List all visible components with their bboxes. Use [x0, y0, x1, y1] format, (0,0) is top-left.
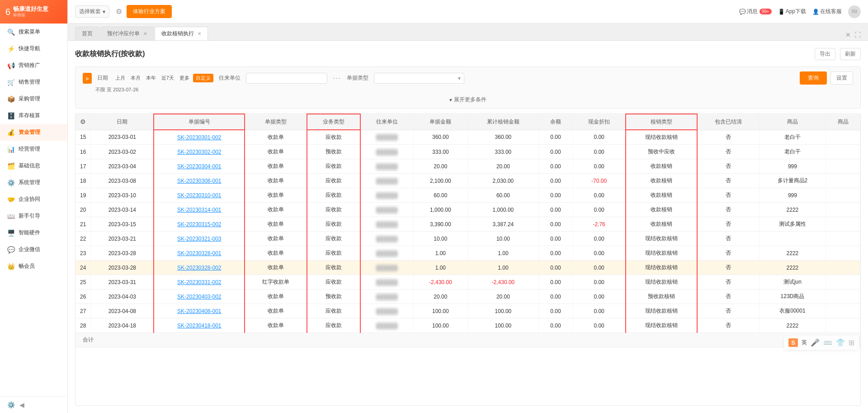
cell-bill-no[interactable]: SK-20230314-001 — [154, 203, 245, 217]
cell-amount: 2,100.00 — [413, 174, 468, 188]
cell-bill-no[interactable]: SK-20230321-003 — [154, 232, 245, 246]
cell-bill-no[interactable]: SK-20230418-001 — [154, 318, 245, 333]
sidebar-item-企业协同[interactable]: 🤝企业协同 — [0, 191, 67, 208]
sidebar-item-畅会员[interactable]: 👑畅会员 — [0, 258, 67, 275]
cell-product2 — [826, 145, 860, 159]
th-counterpart: 往来单位 — [360, 114, 413, 130]
sidebar-label: 企业协同 — [19, 195, 40, 203]
cell-bill-type: 收款单 — [245, 232, 307, 246]
date-this-year-btn[interactable]: 本年 — [144, 74, 158, 82]
sidebar-item-搜索菜单[interactable]: 🔍搜索菜单 — [0, 24, 67, 40]
cell-num: 20 — [75, 203, 91, 217]
date-more-btn[interactable]: 更多 — [178, 74, 191, 82]
cell-bill-type: 收款单 — [245, 217, 307, 232]
tab-prepay[interactable]: 预付冲应付单 ✕ — [100, 27, 154, 40]
user-avatar[interactable]: Rit — [848, 5, 861, 18]
cell-bill-no[interactable]: SK-20230408-001 — [154, 304, 245, 318]
sidebar-item-智能硬件[interactable]: 🖥️智能硬件 — [0, 224, 67, 241]
export-button[interactable]: 导出 — [815, 48, 835, 60]
message-button[interactable]: 💬 消息 99+ — [739, 8, 772, 15]
cell-product2 — [826, 130, 860, 145]
tab-home[interactable]: 首页 — [75, 27, 99, 40]
cell-bill-no[interactable]: SK-20230301-002 — [154, 130, 245, 145]
wm-keyboard-icon[interactable]: ⌨️ — [823, 338, 832, 347]
logo-icon: 6 — [5, 7, 10, 17]
bill-type-select[interactable] — [374, 73, 464, 84]
filter-collapse-icon[interactable]: » — [83, 73, 92, 84]
counterpart-input[interactable] — [246, 73, 327, 84]
footer-total: 合计 — [75, 333, 860, 347]
cell-acc-amount: 100.00 — [468, 318, 538, 333]
sidebar-item-销售管理[interactable]: 🛒销售管理 — [0, 74, 67, 90]
wm-shirt-icon[interactable]: 👕 — [836, 338, 845, 347]
cell-bill-no[interactable]: SK-20230315-002 — [154, 217, 245, 232]
cell-cancel-type: 收款核销 — [626, 174, 697, 188]
cell-cancel-type: 现结收款核销 — [626, 304, 697, 318]
sidebar-item-营销推广[interactable]: 📢营销推广 — [0, 57, 67, 74]
sidebar-item-快捷导航[interactable]: ⚡快捷导航 — [0, 40, 67, 57]
tab-close-all-icon[interactable]: ✕ — [845, 31, 851, 38]
date-last-7days-btn[interactable]: 近7天 — [160, 74, 176, 82]
settings-icon[interactable]: ⚙️ — [7, 401, 15, 408]
cell-acc-amount: -2,430.00 — [468, 275, 538, 290]
tab-collection-close[interactable]: ✕ — [198, 31, 201, 36]
sidebar-item-系统管理[interactable]: ⚙️系统管理 — [0, 174, 67, 191]
industry-solution-button[interactable]: 体验行业方案 — [127, 5, 172, 18]
cell-bill-no[interactable]: SK-20230308-001 — [154, 174, 245, 188]
topbar: 选择账套 ▾ ⚙ 体验行业方案 💬 消息 99+ 📱 App下载 👤 在线客服 … — [68, 0, 868, 24]
collapse-icon[interactable]: ◀ — [19, 401, 24, 408]
sidebar-label: 智能硬件 — [19, 229, 40, 237]
cell-include-settled: 否 — [697, 217, 759, 232]
sidebar-item-企业微信[interactable]: 💬企业微信 — [0, 241, 67, 258]
settings-button[interactable]: 设置 — [830, 71, 853, 85]
sidebar-label: 系统管理 — [19, 179, 40, 186]
cell-bill-type: 收款单 — [245, 261, 307, 275]
cell-acc-amount: 1.00 — [468, 261, 538, 275]
sidebar-item-资金管理[interactable]: 💰资金管理 — [0, 124, 67, 141]
cell-cancel-type: 现结收款核销 — [626, 261, 697, 275]
tab-collection-label: 收款核销执行 — [161, 30, 194, 38]
sidebar-item-库存核算[interactable]: 🗄️库存核算 — [0, 107, 67, 124]
table-row: 20 2023-03-14 SK-20230314-001 收款单 应收款 ██… — [75, 203, 860, 217]
cell-balance: 0.00 — [538, 217, 573, 232]
gear-icon[interactable]: ⚙ — [116, 7, 122, 16]
sidebar-item-经营管理[interactable]: 📊经营管理 — [0, 141, 67, 157]
online-service-button[interactable]: 👤 在线客服 — [812, 8, 842, 15]
date-last-month-btn[interactable]: 上月 — [113, 74, 127, 82]
expand-more-btn[interactable]: ▾ 展开更多条件 — [83, 96, 853, 104]
th-bill-type: 单据类型 — [245, 114, 307, 130]
sidebar-item-基础信息[interactable]: 🗂️基础信息 — [0, 157, 67, 174]
cell-bill-type: 收款单 — [245, 304, 307, 318]
account-selector-text: 选择账套 — [79, 8, 101, 15]
cell-date: 2023-03-28 — [91, 246, 154, 261]
cell-cancel-type: 现结收款核销 — [626, 318, 697, 333]
cell-bill-no[interactable]: SK-20230304-001 — [154, 159, 245, 174]
account-selector[interactable]: 选择账套 ▾ — [75, 5, 109, 18]
cell-bill-no[interactable]: SK-20230331-002 — [154, 275, 245, 290]
sidebar-item-新手引导[interactable]: 📖新手引导 — [0, 208, 67, 224]
app-logo: 6 畅康道好生意 标推版 — [0, 0, 67, 24]
app-download-button[interactable]: 📱 App下载 — [778, 8, 806, 15]
wm-grid-icon[interactable]: ⊞ — [849, 338, 854, 347]
column-settings-icon[interactable]: ⚙ — [80, 118, 86, 125]
cell-num: 16 — [75, 145, 91, 159]
date-custom-btn[interactable]: 自定义 — [193, 74, 213, 82]
tab-maximize-icon[interactable]: ⛶ — [854, 31, 861, 38]
cell-bill-no[interactable]: SK-20230328-001 — [154, 246, 245, 261]
cell-product: 多计量商品2 — [759, 174, 826, 188]
query-button[interactable]: 查询 — [800, 71, 827, 85]
sidebar-item-采购管理[interactable]: 📦采购管理 — [0, 90, 67, 107]
cell-num: 28 — [75, 318, 91, 333]
sidebar-icon: 🗂️ — [7, 162, 15, 170]
refresh-button[interactable]: 刷新 — [840, 48, 861, 60]
cell-bill-no[interactable]: SK-20230302-002 — [154, 145, 245, 159]
tab-collection[interactable]: 收款核销执行 ✕ — [155, 27, 208, 40]
wm-mic-icon[interactable]: 🎤 — [811, 338, 820, 347]
cell-bill-no[interactable]: SK-20230328-002 — [154, 261, 245, 275]
cell-bill-no[interactable]: SK-20230403-002 — [154, 290, 245, 304]
tab-prepay-close[interactable]: ✕ — [143, 31, 147, 36]
cell-bill-no[interactable]: SK-20230310-001 — [154, 188, 245, 203]
date-this-month-btn[interactable]: 本月 — [129, 74, 142, 82]
cell-biz-type: 预收款 — [307, 145, 360, 159]
cell-biz-type: 应收款 — [307, 275, 360, 290]
